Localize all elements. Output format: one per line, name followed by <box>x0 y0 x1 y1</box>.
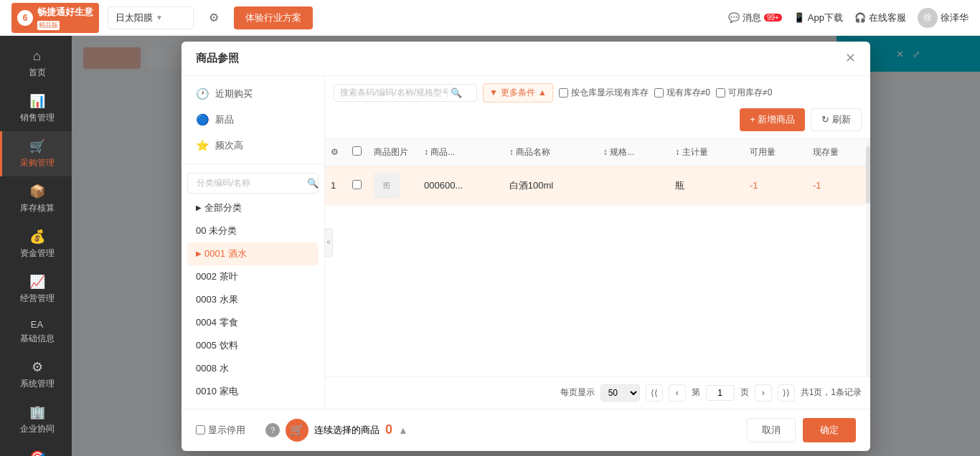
trial-button[interactable]: 体验行业方案 <box>234 6 313 29</box>
th-product-name[interactable]: ↕ 商品名称 <box>504 139 598 166</box>
sidebar-item-guide[interactable]: 🎯 新手引导 <box>0 442 72 456</box>
add-product-button[interactable]: + 新增商品 <box>740 108 805 131</box>
row-image-cell: 图 <box>368 166 418 205</box>
category-label-0004: 0004 零食 <box>196 316 238 329</box>
cancel-button[interactable]: 取消 <box>747 418 796 442</box>
category-item-all[interactable]: ▶ 全部分类 <box>187 196 319 219</box>
th-spec-label: ↕ 规格... <box>603 147 634 157</box>
sales-icon: 📊 <box>29 93 45 109</box>
sidebar-item-basic[interactable]: EA 基础信息 <box>0 312 72 352</box>
page-size-select[interactable]: 50 20 100 <box>600 384 640 402</box>
messages-nav-item[interactable]: 💬 消息 99+ <box>728 11 782 24</box>
sidebar-item-system[interactable]: ⚙ 系统管理 <box>0 352 72 397</box>
category-item-0010[interactable]: 0010 家电 <box>187 380 319 403</box>
th-stock-label: 现存量 <box>813 147 839 157</box>
sidebar-label-system: 系统管理 <box>20 378 55 390</box>
left-panel-collapse-button[interactable]: « <box>324 228 333 257</box>
nav-right-area: 💬 消息 99+ 📱 App下载 🎧 在线客服 徐 徐泽华 <box>728 8 969 28</box>
sidebar-item-operation[interactable]: 📈 经营管理 <box>0 267 72 312</box>
sidebar-item-enterprise[interactable]: 🏢 企业协同 <box>0 397 72 442</box>
sidebar-label-finance: 资金管理 <box>20 247 55 260</box>
tab-frequent[interactable]: ⭐ 频次高 <box>187 133 319 158</box>
available-stock-filter[interactable]: 可用库存≠0 <box>716 87 772 99</box>
modal-header: 商品参照 ✕ <box>182 42 870 76</box>
row-index: 1 <box>325 166 347 205</box>
cart-icon[interactable]: 🛒 <box>286 419 308 442</box>
category-item-0002[interactable]: 0002 茶叶 <box>187 265 319 288</box>
table-row[interactable]: 1 图 <box>325 166 870 205</box>
show-disabled-filter[interactable]: 显示停用 <box>196 424 245 437</box>
prev-page-button[interactable]: ‹ <box>669 384 686 402</box>
left-panel: 🕐 近期购买 🔵 新品 ⭐ 频次高 <box>182 76 325 409</box>
th-code-label: ↕ 商品... <box>424 147 455 157</box>
purchase-icon: 🛒 <box>29 138 45 154</box>
modal-footer: 显示停用 ? 🛒 连续选择的商品 0 ▲ 取消 确定 <box>182 409 870 451</box>
product-search-icon[interactable]: 🔍 <box>451 87 462 98</box>
filter-icon: ▼ <box>489 87 498 98</box>
th-unit[interactable]: ↕ 主计量 <box>669 139 744 166</box>
message-icon: 💬 <box>728 12 740 23</box>
sidebar-label-sales: 销售管理 <box>20 112 55 124</box>
sidebar-label-home: 首页 <box>29 67 46 79</box>
available-stock-checkbox[interactable] <box>716 88 725 98</box>
row-checkbox[interactable] <box>352 180 362 189</box>
select-all-checkbox[interactable] <box>352 146 362 156</box>
top-navbar: 6 畅捷通好生意 精品版 日太阳膜 ▼ ⚙ 体验行业方案 💬 消息 99+ 📱 … <box>0 0 980 36</box>
footer-left: 显示停用 <box>196 424 245 437</box>
next-page-button[interactable]: › <box>755 384 772 402</box>
sidebar-item-sales[interactable]: 📊 销售管理 <box>0 86 72 131</box>
footer-cart: ? 🛒 连续选择的商品 0 ▲ <box>265 419 408 442</box>
product-table: ⚙ 商品图片 <box>325 139 870 206</box>
row-name-cell: 白酒100ml <box>504 166 598 205</box>
category-item-0004[interactable]: 0004 零食 <box>187 311 319 334</box>
product-name: 白酒100ml <box>509 180 553 191</box>
category-item-0005[interactable]: 0005 饮料 <box>187 334 319 357</box>
sidebar-item-purchase[interactable]: 🛒 采购管理 <box>0 131 72 176</box>
refresh-button[interactable]: ↻ 刷新 <box>811 108 862 131</box>
avatar: 徐 <box>918 8 938 28</box>
online-service-nav-item[interactable]: 🎧 在线客服 <box>854 11 906 24</box>
company-selector[interactable]: 日太阳膜 ▼ <box>108 6 194 29</box>
warehouse-stock-filter[interactable]: 按仓库显示现有库存 <box>559 87 649 99</box>
current-stock-checkbox[interactable] <box>654 88 664 98</box>
tab-new[interactable]: 🔵 新品 <box>187 108 319 132</box>
category-item-0001[interactable]: ▶ 0001 酒水 <box>187 242 319 265</box>
settings-icon[interactable]: ⚙ <box>331 147 339 157</box>
pagination-bar: 每页显示 50 20 100 ⟨⟨ ‹ 第 页 › <box>325 376 870 409</box>
category-item-00[interactable]: 00 未分类 <box>187 219 319 242</box>
sidebar-item-home[interactable]: ⌂ 首页 <box>0 42 72 86</box>
guide-icon: 🎯 <box>29 450 45 456</box>
category-label-0010: 0010 家电 <box>196 385 238 398</box>
sidebar: ⌂ 首页 📊 销售管理 🛒 采购管理 📦 库存核算 💰 资金管理 📈 经营管理 … <box>0 36 72 456</box>
last-page-button[interactable]: ⟩⟩ <box>778 384 795 402</box>
scrollbar-thumb[interactable] <box>866 146 870 204</box>
sidebar-item-finance[interactable]: 💰 资金管理 <box>0 222 72 267</box>
logo[interactable]: 6 畅捷通好生意 精品版 <box>11 3 99 33</box>
user-profile-nav-item[interactable]: 徐 徐泽华 <box>918 8 969 28</box>
th-product-code[interactable]: ↕ 商品... <box>418 139 504 166</box>
category-search-icon[interactable]: 🔍 <box>307 178 319 189</box>
product-search-input[interactable] <box>340 87 448 98</box>
cart-collapse-icon[interactable]: ▲ <box>398 424 408 436</box>
category-label-0002: 0002 茶叶 <box>196 270 238 283</box>
recent-icon: 🕐 <box>196 87 209 100</box>
sidebar-item-inventory[interactable]: 📦 库存核算 <box>0 176 72 222</box>
confirm-button[interactable]: 确定 <box>803 418 856 442</box>
current-stock-filter[interactable]: 现有库存≠0 <box>654 87 710 99</box>
modal-close-button[interactable]: ✕ <box>845 52 856 65</box>
help-icon[interactable]: ? <box>265 423 280 437</box>
first-page-button[interactable]: ⟨⟨ <box>646 384 663 402</box>
page-number-input[interactable] <box>706 385 735 401</box>
warehouse-stock-checkbox[interactable] <box>559 88 568 98</box>
category-search-input[interactable] <box>197 178 304 188</box>
tab-recent[interactable]: 🕐 近期购买 <box>187 82 319 106</box>
more-filter-button[interactable]: ▼ 更多条件 ▲ <box>483 83 553 103</box>
th-spec[interactable]: ↕ 规格... <box>598 139 669 166</box>
app-download-nav-item[interactable]: 📱 App下载 <box>793 11 843 24</box>
tab-frequent-label: 频次高 <box>215 139 243 152</box>
show-disabled-checkbox[interactable] <box>196 425 205 434</box>
sidebar-label-operation: 经营管理 <box>20 293 55 305</box>
category-item-0003[interactable]: 0003 水果 <box>187 288 319 311</box>
settings-icon[interactable]: ⚙ <box>202 6 225 29</box>
category-item-0008[interactable]: 0008 水 <box>187 357 319 380</box>
